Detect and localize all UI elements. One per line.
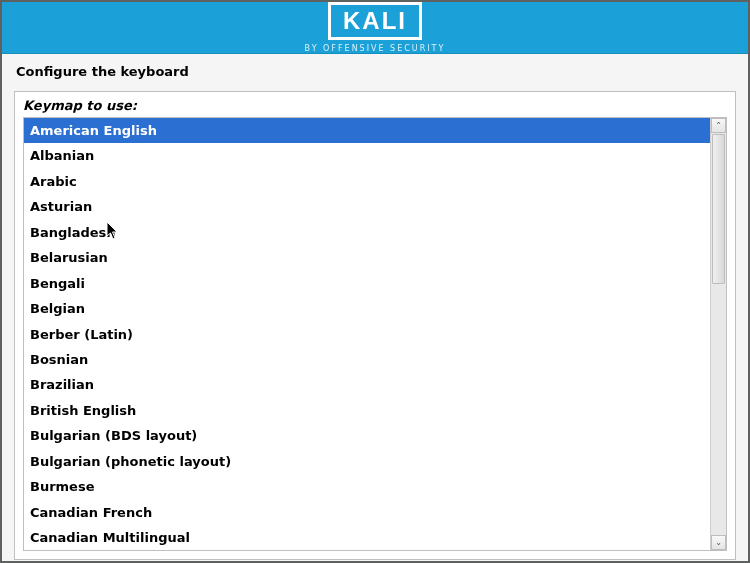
list-item[interactable]: Bangladesh <box>24 220 710 245</box>
list-item[interactable]: Albanian <box>24 143 710 168</box>
list-item[interactable]: American English <box>24 118 710 143</box>
scrollbar[interactable]: ⌃ ⌄ <box>710 118 726 550</box>
keymap-listbox[interactable]: American EnglishAlbanianArabicAsturianBa… <box>24 118 710 550</box>
list-item[interactable]: Bulgarian (phonetic layout) <box>24 449 710 474</box>
list-item[interactable]: Arabic <box>24 169 710 194</box>
scroll-up-button[interactable]: ⌃ <box>711 118 726 133</box>
page-title: Configure the keyboard <box>14 64 736 79</box>
list-item[interactable]: Bulgarian (BDS layout) <box>24 423 710 448</box>
list-item[interactable]: Belarusian <box>24 245 710 270</box>
list-item[interactable]: Asturian <box>24 194 710 219</box>
panel-label: Keymap to use: <box>23 98 727 113</box>
list-item[interactable]: Burmese <box>24 474 710 499</box>
list-item[interactable]: Bengali <box>24 271 710 296</box>
content: Configure the keyboard Keymap to use: Am… <box>2 54 748 563</box>
chevron-up-icon: ⌃ <box>715 121 722 130</box>
logo-box: KALI <box>328 2 422 40</box>
list-item[interactable]: Canadian French <box>24 500 710 525</box>
list-item[interactable]: Bosnian <box>24 347 710 372</box>
list-item[interactable]: Berber (Latin) <box>24 322 710 347</box>
logo: KALI BY OFFENSIVE SECURITY <box>305 2 446 53</box>
keymap-list-container: American EnglishAlbanianArabicAsturianBa… <box>23 117 727 551</box>
installer-window: KALI BY OFFENSIVE SECURITY Configure the… <box>0 0 750 563</box>
logo-text: KALI <box>343 7 407 34</box>
scroll-thumb[interactable] <box>712 134 725 284</box>
list-item[interactable]: Brazilian <box>24 372 710 397</box>
list-item[interactable]: Canadian Multilingual <box>24 525 710 550</box>
logo-subtitle: BY OFFENSIVE SECURITY <box>305 44 446 53</box>
keymap-panel: Keymap to use: American EnglishAlbanianA… <box>14 91 736 560</box>
list-item[interactable]: British English <box>24 398 710 423</box>
header: KALI BY OFFENSIVE SECURITY <box>2 2 748 54</box>
chevron-down-icon: ⌄ <box>715 538 722 547</box>
list-item[interactable]: Belgian <box>24 296 710 321</box>
scroll-down-button[interactable]: ⌄ <box>711 535 726 550</box>
